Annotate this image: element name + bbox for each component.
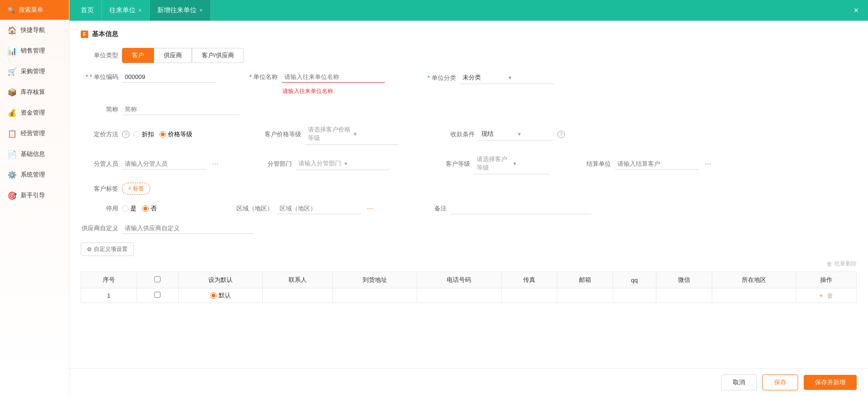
cancel-button[interactable]: 取消 <box>721 374 757 390</box>
row-actions: + 🗑 <box>796 288 857 303</box>
unit-code-label: * * 单位编码 <box>81 73 118 81</box>
pricing-discount-radio[interactable]: 折扣 <box>133 130 154 139</box>
supplier-custom-input[interactable] <box>122 223 253 234</box>
remark-label: 备注 <box>428 204 447 213</box>
sidebar-item-label: 资金管理 <box>21 109 45 117</box>
row-contact <box>263 288 333 303</box>
customer-price-field: 客户价格等级 请选择客户价格等级 ▼ <box>259 124 437 145</box>
save-and-new-button[interactable]: 保存并新增 <box>804 375 857 390</box>
sidebar-item-quick-nav[interactable]: 🏠 快捷导航 <box>0 20 69 40</box>
settlement-more-btn[interactable]: ··· <box>703 160 713 168</box>
sidebar-item-sales[interactable]: 📊 销售管理 <box>0 40 69 61</box>
sidebar-item-system[interactable]: ⚙️ 系统管理 <box>0 164 69 185</box>
custom-settings-button[interactable]: ⚙ 自定义项设置 <box>81 242 134 256</box>
pricing-help-icon[interactable]: ? <box>122 131 129 138</box>
window-close-button[interactable]: × <box>848 6 864 16</box>
add-tag-button[interactable]: + 标签 <box>122 183 150 194</box>
manager-more-btn[interactable]: ··· <box>210 160 220 168</box>
region-input[interactable] <box>277 203 361 214</box>
unit-category-select[interactable]: 未分类 ▼ <box>460 71 554 84</box>
default-label: 默认 <box>219 291 231 300</box>
col-fax: 传真 <box>501 272 557 288</box>
home-icon: 🏠 <box>8 25 17 35</box>
type-buttons: 客户 供应商 客户/供应商 <box>122 48 244 63</box>
batch-delete-area[interactable]: 🗑 批量删除 <box>81 260 857 268</box>
category-arrow-icon: ▼ <box>508 75 551 80</box>
department-label: 分管部门 <box>259 160 292 168</box>
type-btn-both[interactable]: 客户/供应商 <box>192 48 244 63</box>
select-all-checkbox[interactable] <box>154 276 160 282</box>
unit-code-input[interactable] <box>122 71 216 83</box>
add-tag-label: + 标签 <box>128 185 144 193</box>
batch-delete-icon: 🗑 <box>827 261 832 267</box>
tab-new-partner-label: 新增往来单位 <box>157 6 197 15</box>
col-contact: 联系人 <box>263 272 333 288</box>
tab-home-label: 首页 <box>81 6 94 15</box>
payment-help-icon[interactable]: ? <box>557 131 565 138</box>
disabled-yes-radio[interactable]: 是 <box>122 204 137 213</box>
row-phone <box>417 288 502 303</box>
row-seq: 1 <box>81 288 137 303</box>
sidebar-item-label: 基础信息 <box>21 150 45 158</box>
row-delete-button[interactable]: 🗑 <box>827 292 833 299</box>
save-button[interactable]: 保存 <box>762 374 798 390</box>
manager-row: 分管人员 ··· 分管部门 请输入分管部门 ▼ 客户等级 请选择客户等级 ▼ 结… <box>81 153 857 174</box>
row-checkbox-input[interactable] <box>154 292 160 298</box>
table-header-row: 序号 设为默认 联系人 到货地址 电话号码 传真 邮箱 qq 微信 所在地区 操… <box>81 272 857 288</box>
type-btn-customer[interactable]: 客户 <box>122 48 154 63</box>
tab-partners[interactable]: 往来单位 × <box>102 0 150 21</box>
settlement-input[interactable] <box>615 158 699 170</box>
unit-code-field: * * 单位编码 <box>81 71 240 83</box>
sidebar-item-purchase[interactable]: 🛒 采购管理 <box>0 61 69 82</box>
tab-home[interactable]: 首页 <box>73 0 102 21</box>
operations-icon: 📋 <box>8 129 17 138</box>
guide-icon: 🎯 <box>8 191 17 200</box>
row-region <box>712 288 796 303</box>
customer-price-select[interactable]: 请选择客户价格等级 ▼ <box>305 124 399 145</box>
customer-level-select[interactable]: 请选择客户等级 ▼ <box>474 153 549 174</box>
manager-input[interactable] <box>122 158 206 170</box>
col-region: 所在地区 <box>712 272 796 288</box>
supplier-custom-label: 供应商自定义 <box>81 224 118 233</box>
row-add-button[interactable]: + <box>819 292 823 299</box>
type-btn-supplier[interactable]: 供应商 <box>154 48 192 63</box>
basic-icon: 📄 <box>8 149 17 159</box>
sidebar-item-label: 快捷导航 <box>21 26 45 34</box>
sidebar-search[interactable]: 🔍 搜索菜单 <box>0 0 69 20</box>
pricing-level-radio[interactable]: 价格等级 <box>160 130 192 139</box>
tab-new-partner[interactable]: 新增往来单位 × <box>150 0 211 21</box>
department-select[interactable]: 请输入分管部门 ▼ <box>296 157 389 170</box>
row-checkbox <box>137 288 178 303</box>
sidebar-item-guide[interactable]: 🎯 新手引导 <box>0 185 69 206</box>
sidebar-item-basic[interactable]: 📄 基础信息 <box>0 144 69 164</box>
level-label: 价格等级 <box>168 130 192 139</box>
tab-partners-close[interactable]: × <box>138 7 142 14</box>
region-field: 区域（地区） ··· <box>231 203 428 214</box>
short-name-input[interactable] <box>122 104 239 115</box>
search-icon: 🔍 <box>8 7 15 14</box>
sidebar-item-inventory[interactable]: 📦 库存核算 <box>0 82 69 102</box>
disabled-field: 停用 是 否 <box>81 204 231 213</box>
unit-name-input[interactable] <box>282 71 385 83</box>
sidebar-search-label: 搜索菜单 <box>19 6 43 14</box>
short-name-field: 简称 <box>81 104 239 115</box>
no-radio-circle <box>142 205 149 212</box>
row-default: 默认 <box>178 288 263 303</box>
payment-terms-select[interactable]: 现结 ▼ <box>479 128 554 140</box>
unit-type-label: 单位类型 <box>81 51 118 60</box>
payment-terms-field: 收款条件 现结 ▼ ? <box>437 128 606 140</box>
row-default-radio[interactable]: 默认 <box>210 291 231 300</box>
disabled-no-radio[interactable]: 否 <box>142 204 157 213</box>
region-more-btn[interactable]: ··· <box>365 204 375 213</box>
sidebar-item-label: 新手引导 <box>21 191 45 200</box>
inventory-icon: 📦 <box>8 87 17 97</box>
col-phone: 电话号码 <box>417 272 502 288</box>
purchase-icon: 🛒 <box>8 67 17 76</box>
tab-new-partner-close[interactable]: × <box>199 7 203 14</box>
remark-input[interactable] <box>450 203 591 214</box>
sidebar-item-operations[interactable]: 📋 经营管理 <box>0 123 69 144</box>
disabled-region-row: 停用 是 否 区域（地区） ··· 备注 <box>81 203 857 214</box>
settlement-field: 结算单位 ··· <box>578 158 857 170</box>
tab-partners-label: 往来单位 <box>109 6 136 15</box>
sidebar-item-finance[interactable]: 💰 资金管理 <box>0 102 69 123</box>
